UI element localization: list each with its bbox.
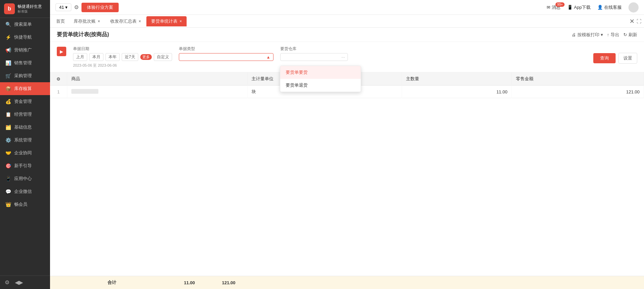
tabs-right: ✕ ⛶ — [629, 18, 641, 25]
warehouse-filter-label: 要货仓库 — [280, 46, 348, 52]
warehouse-filter-input[interactable] — [283, 54, 340, 60]
tab-receivables[interactable]: 收发存汇总表 × — [105, 16, 146, 26]
sidebar-bottom: ⚙ ◀▶ — [0, 275, 50, 289]
filter-warehouse-group: 要货仓库 ··· — [280, 46, 348, 61]
print-expand-icon: ▾ — [601, 32, 603, 37]
tab-home[interactable]: 首页 — [53, 16, 68, 26]
sidebar-item-biz-mgmt[interactable]: 📋 经营管理 — [0, 108, 50, 121]
date-btn-last-month[interactable]: 上月 — [73, 53, 87, 61]
online-service-btn[interactable]: 👤 在线客服 — [597, 4, 622, 10]
tab-label: 库存批次账 — [74, 18, 96, 24]
filter-type-group: 单据类型 ▲ — [179, 46, 273, 61]
sidebar-item-sales[interactable]: 📊 销售管理 — [0, 57, 50, 69]
export-icon: ↑ — [607, 32, 610, 37]
sidebar-item-biz-wechat[interactable]: 💬 企业微信 — [0, 185, 50, 198]
messages-badge: 99+ — [555, 2, 565, 7]
sidebar-nav: 🔍 搜索菜单 ⚡ 快捷导航 📢 营销推广 📊 销售管理 🛒 采购管理 📦 库存核… — [0, 18, 50, 275]
filter-actions: 查询 设置 — [593, 53, 637, 64]
settings-btn[interactable]: 设置 — [618, 53, 637, 64]
app-download-btn[interactable]: 📱 App下载 — [567, 4, 591, 10]
dropdown-item-return-order[interactable]: 要货单退货 — [280, 79, 361, 92]
company-dropdown[interactable]: 41 ▾ — [55, 3, 71, 11]
trial-btn[interactable]: 体验行业方案 — [81, 3, 119, 12]
filter-dates: 上月 本月 本年 近7天 更多 自定义 — [73, 53, 172, 61]
topbar-gear-icon[interactable]: ⚙ — [74, 4, 79, 10]
inventory-icon: 📦 — [5, 86, 11, 91]
page-inner: 要货单统计表(按商品) 🖨 按模板打印 ▾ ↑ 导出 ↻ 刷新 — [50, 28, 644, 289]
date-filter-label: 单据日期 — [73, 46, 172, 52]
avatar[interactable] — [628, 2, 639, 13]
table-wrap: ⚙ 商品 主计量单位 主数量 零售金额 1 — [50, 72, 644, 276]
col-sales-amount: 零售金额 — [511, 72, 644, 86]
sidebar-item-vip-member[interactable]: 👑 畅会员 — [0, 198, 50, 211]
dropdown-item-purchase-order[interactable]: 要货单要货 — [280, 66, 361, 79]
sidebar-item-search[interactable]: 🔍 搜索菜单 — [0, 18, 50, 31]
col-product: 商品 — [67, 72, 247, 86]
refresh-icon: ↻ — [623, 32, 627, 37]
filter-bar: ▶ 单据日期 上月 本月 本年 近7天 更多 自定义 2023-05-06 至 … — [50, 42, 644, 72]
biz-collab-icon: 🤝 — [5, 150, 11, 156]
print-template-btn[interactable]: 🖨 按模板打印 ▾ — [572, 32, 603, 38]
warehouse-more-icon[interactable]: ··· — [341, 54, 345, 60]
sidebar-item-sys-mgmt[interactable]: ⚙️ 系统管理 — [0, 134, 50, 147]
sidebar-item-biz-collab[interactable]: 🤝 企业协同 — [0, 147, 50, 159]
tab-close-icon[interactable]: × — [180, 19, 182, 24]
sidebar-item-label: 搜索菜单 — [14, 21, 32, 27]
expand-tabs-icon[interactable]: ⛶ — [637, 19, 641, 24]
tabs-bar: 首页 库存批次账 × 收发存汇总表 × 要货单统计表 × ✕ ⛶ — [50, 15, 644, 28]
print-template-label: 按模板打印 — [577, 32, 599, 38]
table-footer: 合计 11.00 121.00 — [50, 276, 644, 289]
date-btn-this-year[interactable]: 本年 — [105, 53, 120, 61]
app-name: 畅捷通好生意 — [18, 4, 42, 9]
warehouse-filter-input-wrap[interactable]: ··· — [280, 53, 348, 61]
sidebar-item-basic-info[interactable]: 🗂️ 基础信息 — [0, 121, 50, 134]
service-label: 在线客服 — [604, 4, 622, 10]
sidebar-item-label: 系统管理 — [14, 137, 32, 143]
sidebar-item-purchase[interactable]: 🛒 采购管理 — [0, 69, 50, 82]
sidebar-item-quick-nav[interactable]: ⚡ 快捷导航 — [0, 31, 50, 44]
footer-total-label: 合计 — [108, 280, 116, 286]
filter-expand-btn[interactable]: ▶ — [57, 47, 66, 56]
collapse-icon[interactable]: ◀▶ — [15, 279, 23, 286]
marketing-icon: 📢 — [5, 47, 11, 53]
page-header: 要货单统计表(按商品) 🖨 按模板打印 ▾ ↑ 导出 ↻ 刷新 — [50, 28, 644, 42]
sidebar-item-app-center[interactable]: 📱 应用中心 — [0, 172, 50, 185]
settings-icon[interactable]: ⚙ — [5, 279, 9, 286]
refresh-btn[interactable]: ↻ 刷新 — [623, 32, 637, 38]
date-more-btn[interactable]: 更多 — [140, 54, 152, 60]
page-content: 要货单统计表(按商品) 🖨 按模板打印 ▾ ↑ 导出 ↻ 刷新 — [50, 28, 644, 289]
biz-wechat-icon: 💬 — [5, 189, 11, 194]
query-btn[interactable]: 查询 — [593, 53, 616, 63]
logo-icon: b — [4, 3, 15, 14]
sales-icon: 📊 — [5, 60, 11, 66]
product-placeholder — [71, 89, 98, 94]
company-dropdown-value: 41 — [59, 5, 64, 10]
tab-inventory-batch[interactable]: 库存批次账 × — [69, 16, 105, 26]
sidebar-item-label: 企业协同 — [14, 150, 32, 156]
date-btn-last-7-days[interactable]: 近7天 — [122, 53, 138, 61]
sidebar-item-marketing[interactable]: 📢 营销推广 — [0, 44, 50, 57]
tab-close-icon[interactable]: × — [139, 19, 141, 24]
main-content: 41 ▾ ⚙ 体验行业方案 ✉ 消息 99+ 📱 App下载 👤 在线客服 — [50, 0, 644, 289]
type-filter-input-wrap[interactable]: ▲ — [179, 53, 273, 61]
type-filter-caret-icon[interactable]: ▲ — [266, 55, 270, 60]
messages-btn[interactable]: ✉ 消息 99+ — [547, 4, 560, 10]
sidebar-item-label: 新手引导 — [14, 163, 32, 169]
tab-close-icon[interactable]: × — [98, 19, 100, 24]
type-filter-input[interactable] — [182, 54, 266, 60]
close-all-tabs-icon[interactable]: ✕ — [629, 18, 635, 25]
tab-label: 收发存汇总表 — [110, 18, 137, 24]
tab-order-stat[interactable]: 要货单统计表 × — [146, 16, 187, 26]
sidebar-item-finance[interactable]: 💰 资金管理 — [0, 95, 50, 108]
sidebar-item-new-guide[interactable]: 🎯 新手引导 — [0, 159, 50, 172]
vip-member-icon: 👑 — [5, 202, 11, 207]
export-btn[interactable]: ↑ 导出 — [607, 32, 620, 38]
sidebar-item-inventory[interactable]: 📦 库存核算 — [0, 82, 50, 95]
new-guide-icon: 🎯 — [5, 163, 11, 169]
date-custom-btn[interactable]: 自定义 — [154, 53, 172, 61]
print-icon: 🖨 — [572, 32, 576, 37]
type-filter-label: 单据类型 — [179, 46, 273, 52]
col-settings[interactable]: ⚙ — [50, 72, 67, 86]
page-actions: 🖨 按模板打印 ▾ ↑ 导出 ↻ 刷新 — [572, 32, 638, 38]
date-btn-this-month[interactable]: 本月 — [89, 53, 103, 61]
